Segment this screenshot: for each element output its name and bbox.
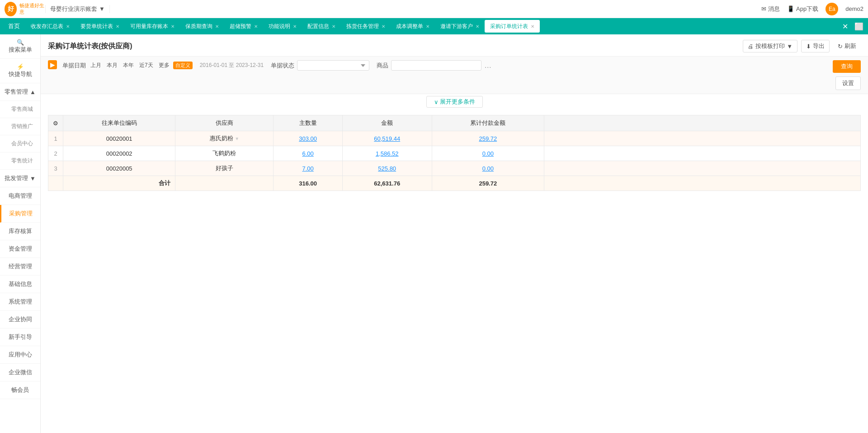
filter-section: ▶ 单据日期 上月 本月 本年 近7天 更多 自定义 (41, 57, 868, 94)
expand-more-icon: ∨ (434, 99, 439, 105)
code-2: 00020002 (63, 146, 175, 161)
footer-extra (544, 176, 861, 191)
template-print-button[interactable]: 🖨 按模板打印 ▼ (743, 40, 797, 52)
workspace-dropdown[interactable]: 母婴行业演示账套 ▼ (45, 5, 110, 13)
row-num-1: 1 (48, 131, 63, 146)
sidebar-item-enterprise-collab[interactable]: 企业协同 (0, 311, 40, 328)
date-this-month[interactable]: 本月 (105, 61, 119, 70)
footer-label: 合计 (63, 176, 175, 191)
status-label: 单据状态 (271, 62, 294, 70)
sidebar-item-new-guide[interactable]: 新手引导 (0, 328, 40, 346)
date-shortcuts: 上月 本月 本年 近7天 更多 自定义 (89, 61, 193, 70)
tab-cost-adjust[interactable]: 成本调整单 ✕ (391, 20, 435, 33)
qty-3[interactable]: 7.00 (274, 161, 342, 176)
tab-invite-downstream[interactable]: 邀请下游客户 ✕ (435, 20, 485, 33)
sidebar-item-retail-mall[interactable]: 零售商城 (0, 101, 40, 118)
logo-area: 好 畅捷通好生意 (5, 2, 45, 16)
sidebar-item-search[interactable]: 🔍 搜索菜单 (0, 34, 40, 59)
settings-button[interactable]: 设置 (835, 76, 861, 90)
sidebar-item-marketing[interactable]: 营销推广 (0, 118, 40, 135)
close-tab-overstock[interactable]: ✕ (254, 24, 258, 29)
close-tab-order[interactable]: ✕ (116, 24, 119, 29)
tab-expiry-query[interactable]: 保质期查询 ✕ (180, 20, 224, 33)
qty-1[interactable]: 303.00 (274, 131, 342, 146)
amount-3[interactable]: 525.80 (342, 161, 432, 176)
close-tab-config[interactable]: ✕ (332, 24, 335, 29)
tab-pick-task[interactable]: 拣货任务管理 ✕ (341, 20, 391, 33)
close-tab-cost[interactable]: ✕ (426, 24, 429, 29)
sidebar-item-retail-mgmt[interactable]: 零售管理 ▲ (0, 83, 40, 101)
date-7-days[interactable]: 近7天 (137, 61, 155, 70)
date-filter-item: 单据日期 上月 本月 本年 近7天 更多 自定义 (62, 61, 193, 70)
expand-more-button[interactable]: ∨ 展开更多条件 (426, 96, 483, 108)
date-last-month[interactable]: 上月 (89, 61, 103, 70)
supplier-1: 惠氏奶粉 ▼ (175, 131, 274, 146)
top-bar: 好 畅捷通好生意 母婴行业演示账套 ▼ ✉ 消息 📱 App下载 Ea demo… (0, 0, 868, 18)
sidebar-item-member-center[interactable]: 会员中心 (0, 135, 40, 152)
refresh-button[interactable]: ↻ 刷新 (833, 40, 861, 52)
settings-icon: ⚙ (53, 120, 58, 127)
sidebar-item-wholesale-mgmt[interactable]: 批发管理 ▼ (0, 170, 40, 187)
sidebar-item-system-mgmt[interactable]: 系统管理 (0, 293, 40, 311)
close-tab-expiry[interactable]: ✕ (215, 24, 219, 29)
sidebar-item-inventory-check[interactable]: 库存核算 (0, 223, 40, 240)
paid-1[interactable]: 259.72 (432, 131, 544, 146)
logo-text: 畅捷通好生意 (19, 3, 45, 14)
paid-3[interactable]: 0.00 (432, 161, 544, 176)
close-tab-collection[interactable]: ✕ (66, 24, 70, 29)
status-select[interactable] (297, 60, 369, 71)
close-tab-pick[interactable]: ✕ (382, 24, 385, 29)
username-label[interactable]: demo2 (845, 5, 863, 12)
tab-home[interactable]: 首页 (3, 20, 25, 33)
sidebar-item-member-plus[interactable]: 畅会员 (0, 381, 40, 399)
sidebar-item-funds-mgmt[interactable]: 资金管理 (0, 240, 40, 258)
date-this-year[interactable]: 本年 (121, 61, 136, 70)
tab-collection-summary[interactable]: 收发存汇总表 ✕ (25, 20, 75, 33)
th-settings[interactable]: ⚙ (48, 115, 63, 131)
tab-purchase-order-stats[interactable]: 采购订单统计表 ✕ (485, 20, 540, 33)
row-num-2: 2 (48, 146, 63, 161)
table-footer-row: 合计 316.00 62,631.76 259.72 (48, 176, 861, 191)
sidebar-item-retail-stats[interactable]: 零售统计 (0, 152, 40, 170)
main-layout: 🔍 搜索菜单 ⚡ 快捷导航 零售管理 ▲ 零售商城 营销推广 会员中心 零售统计… (0, 34, 868, 433)
quicknav-icon: ⚡ (0, 63, 40, 70)
close-tab-invite[interactable]: ✕ (476, 24, 479, 29)
export-button[interactable]: ⬇ 导出 (801, 40, 830, 52)
filter-controls: 单据日期 上月 本月 本年 近7天 更多 自定义 2016-01-01 至 20… (62, 60, 827, 71)
top-bar-right: ✉ 消息 📱 App下载 Ea demo2 (761, 3, 863, 15)
qty-2[interactable]: 6.00 (274, 146, 342, 161)
footer-amount: 62,631.76 (342, 176, 432, 191)
amount-1[interactable]: 60,519.44 (342, 131, 432, 146)
query-button[interactable]: 查询 (833, 60, 861, 73)
sidebar-item-app-center[interactable]: 应用中心 (0, 346, 40, 364)
expand-filter-button[interactable]: ▶ (48, 60, 57, 69)
filter-row: ▶ 单据日期 上月 本月 本年 近7天 更多 自定义 (48, 60, 861, 90)
tab-close-all-button[interactable]: ✕ (840, 21, 850, 32)
custom-date-tag: 自定义 (173, 62, 193, 69)
workspace-label: 母婴行业演示账套 (50, 5, 97, 13)
tab-maximize-button[interactable]: ⬜ (853, 21, 865, 32)
sidebar-item-ecommerce[interactable]: 电商管理 (0, 187, 40, 205)
sidebar-item-enterprise-wechat[interactable]: 企业微信 (0, 364, 40, 381)
tab-feature-desc[interactable]: 功能说明 ✕ (263, 20, 302, 33)
tab-config-info[interactable]: 配置信息 ✕ (302, 20, 341, 33)
table-row: 1 00020001 惠氏奶粉 ▼ 303.00 60,519.44 259.7… (48, 131, 861, 146)
tab-order-stats[interactable]: 要货单统计表 ✕ (75, 20, 125, 33)
close-tab-feature[interactable]: ✕ (293, 24, 297, 29)
close-tab-purchase[interactable]: ✕ (531, 24, 534, 29)
sidebar-item-quicknav[interactable]: ⚡ 快捷导航 (0, 59, 40, 83)
tab-available-inventory[interactable]: 可用量库存账本 ✕ (125, 20, 180, 33)
tab-overstock-warning[interactable]: 超储预警 ✕ (224, 20, 263, 33)
table-body: 1 00020001 惠氏奶粉 ▼ 303.00 60,519.44 259.7… (48, 131, 861, 176)
sidebar-item-purchase-mgmt[interactable]: 采购管理 (0, 205, 40, 223)
paid-2[interactable]: 0.00 (432, 146, 544, 161)
app-download-button[interactable]: 📱 App下载 (787, 5, 818, 13)
amount-2[interactable]: 1,586.52 (342, 146, 432, 161)
close-tab-inventory[interactable]: ✕ (171, 24, 175, 29)
sidebar-item-basics[interactable]: 基础信息 (0, 276, 40, 293)
message-button[interactable]: ✉ 消息 (761, 5, 780, 13)
goods-more-icon[interactable]: … (484, 62, 491, 70)
goods-input[interactable] (391, 60, 481, 71)
sidebar-item-operations-mgmt[interactable]: 经营管理 (0, 258, 40, 276)
date-more[interactable]: 更多 (157, 61, 171, 70)
